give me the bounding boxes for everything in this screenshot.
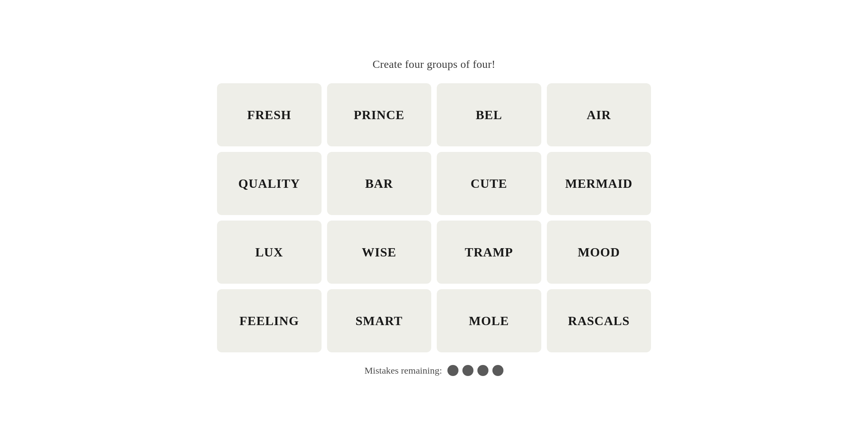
tile-label-bel: BEL [476, 108, 502, 122]
tile-label-lux: LUX [255, 245, 283, 260]
tile-quality[interactable]: QUALITY [217, 152, 322, 215]
tile-label-bar: BAR [365, 176, 393, 191]
tile-label-wise: WISE [362, 245, 397, 260]
tile-label-quality: QUALITY [238, 176, 300, 191]
tile-label-mole: MOLE [469, 314, 509, 328]
tile-label-cute: CUTE [471, 176, 507, 191]
tile-prince[interactable]: PRINCE [327, 83, 432, 146]
tile-cute[interactable]: CUTE [437, 152, 541, 215]
mistake-dot-3 [477, 365, 488, 376]
tile-label-mood: MOOD [578, 245, 620, 260]
mistake-dot-1 [447, 365, 458, 376]
mistake-dot-4 [492, 365, 503, 376]
tile-mood[interactable]: MOOD [547, 221, 651, 284]
tile-label-fresh: FRESH [247, 108, 291, 122]
tile-lux[interactable]: LUX [217, 221, 322, 284]
mistake-dot-2 [462, 365, 473, 376]
tile-label-feeling: FEELING [239, 314, 299, 328]
tile-bel[interactable]: BEL [437, 83, 541, 146]
tile-wise[interactable]: WISE [327, 221, 432, 284]
game-container: Create four groups of four! FRESHPRINCEB… [217, 58, 651, 376]
tile-label-air: AIR [587, 108, 611, 122]
subtitle: Create four groups of four! [372, 58, 495, 71]
tile-rascals[interactable]: RASCALS [547, 289, 651, 352]
tile-tramp[interactable]: TRAMP [437, 221, 541, 284]
word-grid: FRESHPRINCEBELAIRQUALITYBARCUTEMERMAIDLU… [217, 83, 651, 352]
tile-label-mermaid: MERMAID [565, 176, 632, 191]
tile-smart[interactable]: SMART [327, 289, 432, 352]
mistakes-section: Mistakes remaining: [365, 365, 504, 376]
tile-mole[interactable]: MOLE [437, 289, 541, 352]
tile-feeling[interactable]: FEELING [217, 289, 322, 352]
tile-label-smart: SMART [355, 314, 402, 328]
tile-fresh[interactable]: FRESH [217, 83, 322, 146]
tile-mermaid[interactable]: MERMAID [547, 152, 651, 215]
mistakes-dots [447, 365, 503, 376]
mistakes-label: Mistakes remaining: [365, 365, 442, 376]
tile-air[interactable]: AIR [547, 83, 651, 146]
tile-label-tramp: TRAMP [465, 245, 513, 260]
tile-label-rascals: RASCALS [568, 314, 630, 328]
tile-label-prince: PRINCE [354, 108, 404, 122]
tile-bar[interactable]: BAR [327, 152, 432, 215]
